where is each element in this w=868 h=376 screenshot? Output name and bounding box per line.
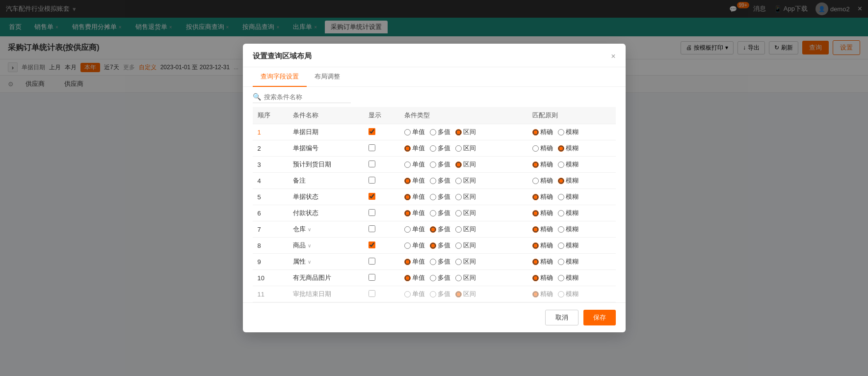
dialog-close-btn[interactable]: × <box>611 53 615 60</box>
modal-overlay: 设置查询区域布局 × 查询字段设置 布局调整 🔍 顺序 条件名称 显示 <box>0 0 868 93</box>
dialog-tab-query-fields[interactable]: 查询字段设置 <box>253 67 307 87</box>
dialog-header: 设置查询区域布局 × <box>243 44 626 67</box>
settings-dialog: 设置查询区域布局 × 查询字段设置 布局调整 🔍 顺序 条件名称 显示 <box>243 44 626 93</box>
dialog-tab-layout[interactable]: 布局调整 <box>307 67 348 87</box>
dialog-title: 设置查询区域布局 <box>253 52 312 61</box>
dialog-tabs: 查询字段设置 布局调整 <box>243 67 626 87</box>
dialog-search-area: 🔍 <box>243 87 626 93</box>
